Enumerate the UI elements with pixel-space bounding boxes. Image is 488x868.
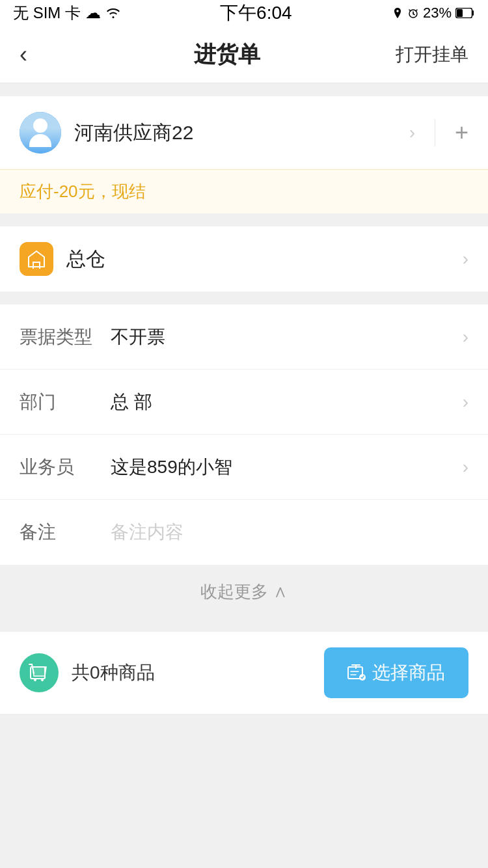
supplier-notice: 应付-20元，现结 xyxy=(0,169,488,213)
svg-rect-2 xyxy=(457,9,463,17)
salesperson-label: 业务员 xyxy=(20,455,98,480)
collapse-button[interactable]: 收起更多 ∧ xyxy=(200,580,287,603)
form-section: 票据类型 不开票 › 部门 总 部 › 业务员 这是859的小智 › 备注 备注… xyxy=(0,305,488,565)
battery-label: 23% xyxy=(423,5,452,21)
dept-label: 部门 xyxy=(20,390,98,414)
invoice-chevron-icon: › xyxy=(463,327,468,347)
remark-row[interactable]: 备注 备注内容 xyxy=(0,500,488,565)
supplier-chevron-icon: › xyxy=(409,122,415,143)
select-product-label: 选择商品 xyxy=(372,660,445,685)
dept-row[interactable]: 部门 总 部 › xyxy=(0,370,488,435)
add-supplier-button[interactable]: + xyxy=(435,119,468,146)
status-left: 无 SIM 卡 ☁ xyxy=(13,3,120,23)
warehouse-name: 总仓 xyxy=(66,246,463,273)
warehouse-icon xyxy=(20,242,53,276)
sim-label: 无 SIM 卡 ☁ xyxy=(13,3,101,23)
svg-point-4 xyxy=(34,679,36,681)
status-bar: 无 SIM 卡 ☁ 下午6:04 23% xyxy=(0,0,488,26)
location-icon xyxy=(392,7,403,19)
svg-point-5 xyxy=(41,679,44,681)
page-title: 进货单 xyxy=(194,40,260,70)
dept-value: 总 部 xyxy=(98,390,463,414)
supplier-row[interactable]: 河南供应商22 › + xyxy=(0,96,488,169)
status-right: 23% xyxy=(392,5,475,21)
warehouse-row[interactable]: 总仓 › xyxy=(0,226,488,292)
invoice-type-label: 票据类型 xyxy=(20,325,98,349)
select-product-icon xyxy=(347,664,366,681)
supplier-name: 河南供应商22 xyxy=(74,120,409,146)
salesperson-chevron-icon: › xyxy=(463,457,468,478)
alarm-icon xyxy=(407,7,419,19)
supplier-avatar xyxy=(20,112,61,154)
open-pending-button[interactable]: 打开挂单 xyxy=(396,42,468,67)
remark-label: 备注 xyxy=(20,520,98,545)
invoice-type-value: 不开票 xyxy=(98,325,463,349)
battery-icon xyxy=(455,8,475,18)
remark-input[interactable]: 备注内容 xyxy=(98,520,468,545)
supplier-controls: › + xyxy=(409,119,468,146)
salesperson-row[interactable]: 业务员 这是859的小智 › xyxy=(0,435,488,500)
select-product-button[interactable]: 选择商品 xyxy=(324,647,468,698)
status-time: 下午6:04 xyxy=(220,1,292,25)
wifi-icon xyxy=(106,8,120,18)
product-section: 共0种商品 选择商品 xyxy=(0,632,488,714)
supplier-section: 河南供应商22 › + 应付-20元，现结 xyxy=(0,96,488,213)
back-button[interactable]: ‹ xyxy=(20,41,59,68)
warehouse-chevron-icon: › xyxy=(463,249,468,269)
warehouse-section: 总仓 › xyxy=(0,226,488,292)
product-icon xyxy=(20,653,59,692)
section-gap-1 xyxy=(0,83,488,96)
nav-bar: ‹ 进货单 打开挂单 xyxy=(0,26,488,83)
product-count-label: 共0种商品 xyxy=(72,660,311,685)
cart-icon xyxy=(28,662,50,684)
invoice-type-row[interactable]: 票据类型 不开票 › xyxy=(0,305,488,370)
collapse-section: 收起更多 ∧ xyxy=(0,565,488,619)
page-background xyxy=(0,714,488,868)
salesperson-value: 这是859的小智 xyxy=(98,455,463,480)
house-icon xyxy=(27,249,46,269)
dept-chevron-icon: › xyxy=(463,392,468,413)
